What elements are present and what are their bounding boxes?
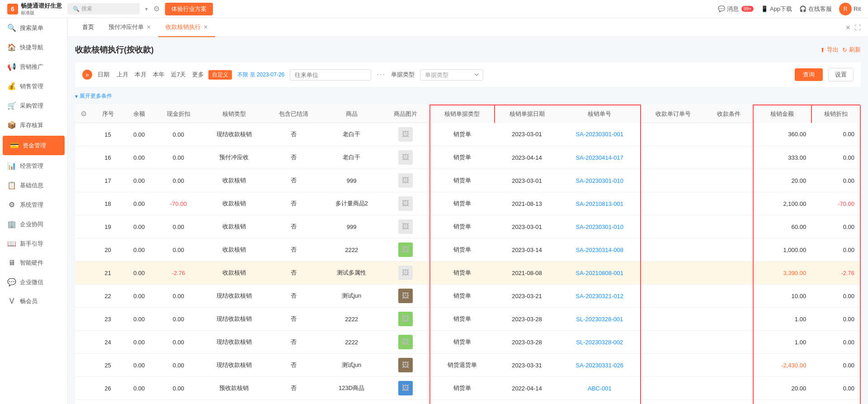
export-button[interactable]: ⬆ 导出 xyxy=(820,46,839,54)
verify-bill-no-link[interactable]: SA-20230314-008 xyxy=(576,247,624,253)
sidebar-item-inventory[interactable]: 📦 库存核算 xyxy=(0,115,67,135)
close-window-icon[interactable]: ✕ xyxy=(845,24,851,31)
table-settings-icon[interactable]: ⚙ xyxy=(80,110,87,118)
tab-receipt-close-icon[interactable]: ✕ xyxy=(203,24,208,30)
expand-more-button[interactable]: ▾ 展开更多条件 xyxy=(75,92,112,100)
sidebar-item-quicknav[interactable]: 🏠 快捷导航 xyxy=(0,38,67,57)
tab-home[interactable]: 首页 xyxy=(75,18,101,37)
td-seq-empty xyxy=(75,400,92,404)
td-verify-bill-type: 销货单 xyxy=(430,123,495,146)
from-unit-input[interactable] xyxy=(290,69,371,81)
main-area: 首页 预付冲应付单 ✕ 收款核销执行 ✕ ✕ ⛶ 收款核销执行(按收款) xyxy=(68,18,868,404)
td-verify-amount: 100.00 xyxy=(753,400,811,404)
td-verify-discount: 0.00 xyxy=(811,331,860,354)
sidebar-item-base[interactable]: 📋 基础信息 xyxy=(0,176,67,195)
dropdown-chevron-icon[interactable]: ▾ xyxy=(145,6,148,12)
refresh-button[interactable]: ↻ 刷新 xyxy=(842,46,861,54)
hardware-icon: 🖥 xyxy=(7,259,16,267)
td-seq: 25 xyxy=(92,354,123,377)
td-receipt-condition xyxy=(705,123,753,146)
td-cash-discount: 0.00 xyxy=(155,377,202,400)
verify-bill-no-link[interactable]: ABC-001 xyxy=(588,385,612,392)
verify-bill-no-link[interactable]: SA-20230301-001 xyxy=(576,131,624,138)
sidebar-item-search[interactable]: 🔍 搜索菜单 xyxy=(0,18,67,38)
sidebar-item-corp[interactable]: 🏢 企业协同 xyxy=(0,214,67,234)
filter-expand-button[interactable]: » xyxy=(82,70,92,80)
online-service-item[interactable]: 🎧 在线客服 xyxy=(799,5,832,13)
td-seq-empty xyxy=(75,215,92,238)
td-verify-amount: 1.00 xyxy=(753,308,811,331)
app-download-item[interactable]: 📱 App下载 xyxy=(761,5,792,13)
td-cash-discount: 0.00 xyxy=(155,400,202,404)
verify-bill-no-link[interactable]: SA-20230321-012 xyxy=(576,293,624,299)
sidebar-item-purchase[interactable]: 🛒 采购管理 xyxy=(0,96,67,115)
td-verify-amount: 333.00 xyxy=(753,146,811,169)
td-product-image: 🖼 xyxy=(382,400,429,404)
verify-bill-no-link[interactable]: SA-20210808-001 xyxy=(576,270,624,276)
verify-bill-no-link[interactable]: SA-20210813-001 xyxy=(576,200,624,207)
date-7days[interactable]: 近7天 xyxy=(169,70,188,80)
sidebar-item-system[interactable]: ⚙ 系统管理 xyxy=(0,195,67,214)
date-this-month[interactable]: 本月 xyxy=(133,70,148,80)
td-cash-discount: 0.00 xyxy=(155,215,202,238)
verify-bill-no-link[interactable]: SA-20230301-010 xyxy=(576,177,624,184)
user-item[interactable]: R Rit xyxy=(839,3,861,15)
trial-button[interactable]: 体验行业方案 xyxy=(165,3,213,15)
gear-icon[interactable]: ⚙ xyxy=(153,5,160,13)
date-more[interactable]: 更多 xyxy=(190,70,206,80)
td-seq-empty xyxy=(75,146,92,169)
td-include-settled: 否 xyxy=(266,285,321,308)
setting-button[interactable]: 设置 xyxy=(828,68,854,81)
sidebar-item-marketing[interactable]: 📢 营销推广 xyxy=(0,57,67,76)
message-item[interactable]: 💬 消息 99+ xyxy=(718,5,754,13)
tab-receipt[interactable]: 收款核销执行 ✕ xyxy=(158,18,215,37)
logo-sub: 标准版 xyxy=(21,10,62,16)
sidebar-item-label: 快捷导航 xyxy=(20,43,43,52)
voucher-type-select[interactable]: 单据类型 xyxy=(420,69,483,81)
td-product-image: 🖼 xyxy=(382,285,429,308)
date-custom-button[interactable]: 自定义 xyxy=(208,70,232,80)
tab-receipt-label: 收款核销执行 xyxy=(165,23,201,31)
td-verify-bill-no: SA-20230301-010 xyxy=(559,215,641,238)
td-verify-bill-date: 2023-03-28 xyxy=(495,331,559,354)
date-last-month[interactable]: 上月 xyxy=(115,70,130,80)
sidebar-item-business[interactable]: 📊 经营管理 xyxy=(0,156,67,176)
td-seq: 15 xyxy=(92,123,123,146)
td-seq: 23 xyxy=(92,308,123,331)
sidebar-item-sales[interactable]: 💰 销售管理 xyxy=(0,76,67,96)
window-controls: ✕ ⛶ xyxy=(845,24,861,31)
home-icon: 🏠 xyxy=(7,43,16,52)
th-settings[interactable]: ⚙ xyxy=(75,105,92,123)
td-verify-bill-no: SA-20210808-001 xyxy=(559,261,641,285)
date-this-year[interactable]: 本年 xyxy=(151,70,166,80)
verify-bill-no-link[interactable]: SA-20230414-017 xyxy=(576,154,624,161)
td-product: 999 xyxy=(321,169,382,192)
verify-bill-no-link[interactable]: SA-20230331-026 xyxy=(576,362,624,369)
td-product: 2222 xyxy=(321,308,382,331)
td-include-settled: 否 xyxy=(266,377,321,400)
product-image: 🖼 xyxy=(398,335,413,349)
sidebar-item-guide[interactable]: 📖 新手引导 xyxy=(0,234,67,253)
search-button[interactable]: 查询 xyxy=(795,68,823,81)
td-verify-bill-no: SA-20210813-001 xyxy=(559,192,641,215)
td-verify-discount: 0.00 xyxy=(811,169,860,192)
search-input-area[interactable]: 🔍 搜索 xyxy=(67,3,140,14)
td-product: 多计量商品2 xyxy=(321,192,382,215)
td-verify-type: 收款核销 xyxy=(202,261,266,285)
tab-prepay[interactable]: 预付冲应付单 ✕ xyxy=(101,18,158,37)
sidebar-item-hardware[interactable]: 🖥 智能硬件 xyxy=(0,253,67,272)
td-verify-bill-date: 2023-03-01 xyxy=(495,169,559,192)
td-receipt-order-no xyxy=(641,192,705,215)
sidebar-item-finance[interactable]: 💳 资金管理 xyxy=(3,136,65,155)
sidebar-item-wechat[interactable]: 💬 企业微信 xyxy=(0,272,67,292)
tab-prepay-close-icon[interactable]: ✕ xyxy=(146,24,151,30)
verify-bill-no-link[interactable]: SL-20230328-001 xyxy=(576,316,623,323)
product-image: 🖼 xyxy=(398,219,413,234)
verify-bill-no-link[interactable]: SA-20230301-010 xyxy=(576,223,624,230)
sidebar-item-member[interactable]: V 畅会员 xyxy=(0,292,67,311)
table-row: 17 0.00 0.00 收款核销 否 999 🖼 销货单 2023-03-01… xyxy=(75,169,860,192)
verify-bill-no-link[interactable]: SL-20230328-002 xyxy=(576,339,623,346)
maximize-window-icon[interactable]: ⛶ xyxy=(854,24,861,31)
td-receipt-order-no xyxy=(641,123,705,146)
from-unit-dots[interactable]: ··· xyxy=(377,71,385,79)
